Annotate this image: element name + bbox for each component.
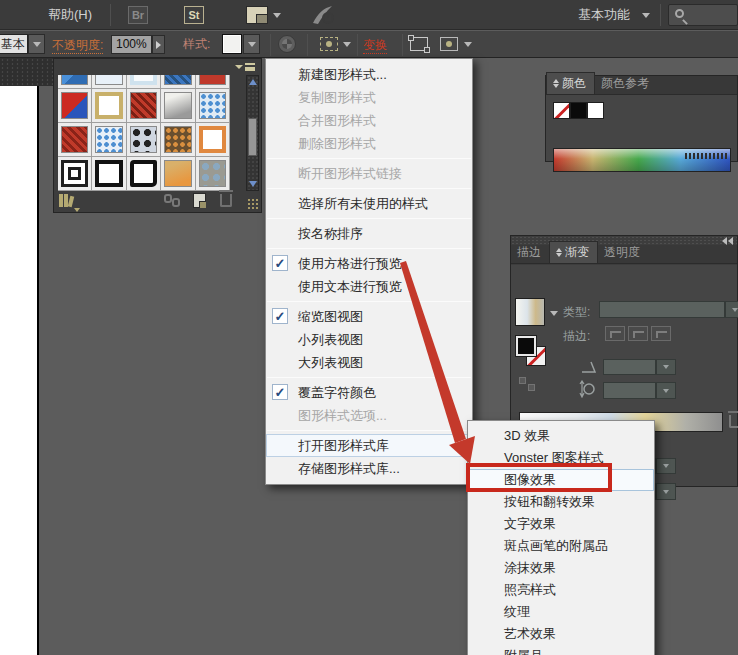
menu-item[interactable]: 选择所有未使用的样式 <box>266 192 472 215</box>
library-menu-item[interactable]: 3D 效果 <box>468 425 654 447</box>
bounding-box-button[interactable] <box>410 37 428 51</box>
style-swatch[interactable] <box>222 34 242 54</box>
opacity-spinner[interactable] <box>152 35 165 54</box>
style-preview <box>95 75 122 85</box>
aspect-dropdown-button[interactable] <box>656 382 676 399</box>
stock-button[interactable]: St <box>184 6 204 24</box>
stroke-across-button[interactable] <box>651 326 671 341</box>
app-extension-button[interactable] <box>310 3 336 27</box>
style-dropdown-button[interactable] <box>243 34 260 54</box>
select-similar-button[interactable] <box>320 37 351 51</box>
library-menu-item[interactable]: 文字效果 <box>468 513 654 535</box>
graphic-style-swatch[interactable] <box>161 75 195 89</box>
tab-transparency[interactable]: 透明度 <box>598 242 648 263</box>
library-menu-item[interactable]: 照亮样式 <box>468 579 654 601</box>
preset-dropdown-button[interactable] <box>28 34 45 54</box>
opacity-value-field[interactable]: 100% <box>111 35 152 54</box>
menu-item[interactable]: 大列表视图 <box>266 351 472 374</box>
library-menu-item[interactable]: 涂抹效果 <box>468 557 654 579</box>
menu-item[interactable]: 小列表视图 <box>266 328 472 351</box>
tab-stroke[interactable]: 描边 <box>511 242 549 263</box>
chevron-down-icon[interactable] <box>550 311 558 316</box>
graphic-style-swatch[interactable] <box>58 123 92 157</box>
resize-grip-icon[interactable] <box>247 198 259 210</box>
graphic-style-swatch[interactable] <box>196 89 230 123</box>
scrollbar-thumb[interactable] <box>248 118 257 156</box>
break-link-icon[interactable] <box>164 194 180 207</box>
menu-item[interactable]: ✓缩览图视图 <box>266 305 472 328</box>
style-libraries-menu-button[interactable] <box>59 194 77 207</box>
aspect-field[interactable] <box>603 382 656 399</box>
angle-field[interactable] <box>603 359 656 375</box>
stop-location-dropdown[interactable] <box>656 483 676 500</box>
graphic-style-swatch[interactable] <box>127 89 161 123</box>
fill-proxy[interactable] <box>516 336 536 356</box>
menu-item[interactable]: 按名称排序 <box>266 222 472 245</box>
tab-color[interactable]: 颜色 <box>546 72 595 94</box>
chevron-down-icon <box>235 65 243 69</box>
arrange-documents-button[interactable] <box>246 6 281 24</box>
menu-item[interactable]: ✓使用方格进行预览 <box>266 252 472 275</box>
gradient-type-select[interactable] <box>599 301 725 318</box>
graphic-style-swatch[interactable] <box>161 89 195 123</box>
graphic-style-swatch[interactable] <box>127 123 161 157</box>
black-swatch[interactable] <box>570 102 587 119</box>
graphic-style-swatch[interactable] <box>92 157 126 191</box>
graphic-style-swatch[interactable] <box>196 157 230 191</box>
angle-dropdown-button[interactable] <box>656 359 676 375</box>
menu-item[interactable]: ✓覆盖字符颜色 <box>266 381 472 404</box>
gradient-thumbnail[interactable] <box>515 298 545 326</box>
graphic-style-swatch[interactable] <box>127 157 161 191</box>
reverse-gradient-icon[interactable] <box>519 377 539 393</box>
tab-color-guide[interactable]: 颜色参考 <box>595 73 657 94</box>
color-spectrum-bar[interactable] <box>553 148 731 172</box>
graphic-style-swatch[interactable] <box>196 75 230 89</box>
menu-item: 合并图形样式 <box>266 109 472 132</box>
graphic-style-swatch[interactable] <box>196 123 230 157</box>
bridge-button[interactable]: Br <box>128 6 148 24</box>
library-menu-item[interactable]: 斑点画笔的附属品 <box>468 535 654 557</box>
graphic-style-swatch[interactable] <box>161 123 195 157</box>
workspace-switcher[interactable]: 基本功能 <box>578 0 630 30</box>
menu-separator <box>267 377 471 378</box>
graphic-style-swatch[interactable] <box>58 157 92 191</box>
arrange-documents-icon <box>246 6 268 24</box>
white-swatch[interactable] <box>587 102 604 119</box>
stroke-along-button[interactable] <box>628 326 648 341</box>
library-menu-item[interactable]: 附属品 <box>468 645 654 655</box>
graphic-style-swatch[interactable] <box>58 75 92 89</box>
styles-scrollbar[interactable] <box>246 75 259 191</box>
menu-item[interactable]: 新建图形样式... <box>266 63 472 86</box>
isolate-selection-button[interactable] <box>440 37 472 51</box>
tab-gradient[interactable]: 渐变 <box>549 241 598 263</box>
type-dropdown-button[interactable] <box>725 301 738 318</box>
stop-opacity-dropdown[interactable] <box>656 458 676 474</box>
menu-separator <box>267 218 471 219</box>
scroll-up-icon[interactable] <box>249 79 257 85</box>
document-setup-button[interactable] <box>278 35 296 53</box>
stroke-within-button[interactable] <box>605 326 625 341</box>
library-menu-item[interactable]: 纹理 <box>468 601 654 623</box>
graphic-style-swatch[interactable] <box>92 123 126 157</box>
scroll-down-icon[interactable] <box>249 181 257 187</box>
menu-item[interactable]: 打开图形样式库 <box>266 434 472 457</box>
new-style-button[interactable] <box>193 193 206 208</box>
panel-flyout-menu-button[interactable] <box>235 63 255 71</box>
menu-item[interactable]: 存储图形样式库... <box>266 457 472 480</box>
style-preset-select[interactable]: 基本 <box>0 34 28 54</box>
menu-item[interactable]: 使用文本进行预览 <box>266 275 472 298</box>
search-input[interactable] <box>668 4 738 26</box>
type-label: 类型: <box>563 304 590 321</box>
graphic-style-swatch[interactable] <box>58 89 92 123</box>
graphic-style-swatch[interactable] <box>92 89 126 123</box>
collapse-panel-icon[interactable] <box>722 237 733 245</box>
transform-link[interactable]: 变换 <box>363 37 387 54</box>
menu-help[interactable]: 帮助(H) <box>48 0 92 30</box>
none-swatch[interactable] <box>553 102 570 119</box>
opacity-link[interactable]: 不透明度: <box>52 37 103 54</box>
graphic-style-swatch[interactable] <box>127 75 161 89</box>
library-menu-item[interactable]: 艺术效果 <box>468 623 654 645</box>
graphic-style-swatch[interactable] <box>92 75 126 89</box>
graphic-style-swatch[interactable] <box>161 157 195 191</box>
library-menu-item[interactable]: 按钮和翻转效果 <box>468 491 654 513</box>
